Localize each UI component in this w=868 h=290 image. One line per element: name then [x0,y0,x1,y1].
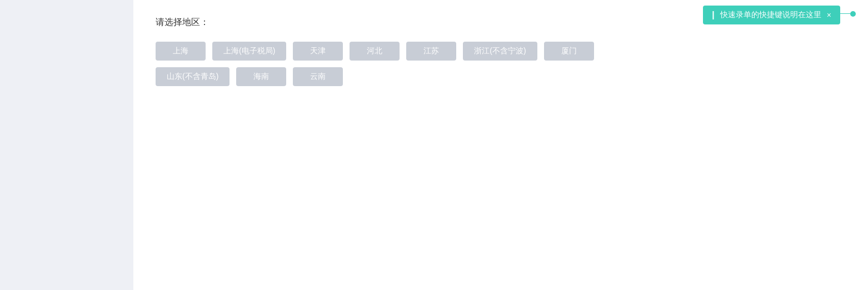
left-sidebar [0,0,133,290]
tooltip-line [840,13,850,14]
tooltip-text: 快速录单的快捷键说明在这里 [720,10,821,20]
region-btn-tianjin[interactable]: 天津 [293,42,343,61]
region-btn-jiangsu[interactable]: 江苏 [406,42,456,61]
region-btn-shandong[interactable]: 山东(不含青岛) [156,67,230,86]
region-buttons-row2: 山东(不含青岛) 海南 云南 [156,67,846,86]
region-btn-hainan[interactable]: 海南 [236,67,286,86]
region-buttons-row1: 上海 上海(电子税局) 天津 河北 江苏 浙江(不含宁波) 厦门 [156,42,846,61]
region-btn-yunnan[interactable]: 云南 [293,67,343,86]
tooltip-dot [850,11,856,17]
region-btn-hebei[interactable]: 河北 [350,42,400,61]
region-btn-zhejiang[interactable]: 浙江(不含宁波) [463,42,537,61]
tooltip-banner: 快速录单的快捷键说明在这里 × [703,6,840,24]
region-btn-shanghai-etax[interactable]: 上海(电子税局) [212,42,286,61]
region-btn-shanghai[interactable]: 上海 [156,42,206,61]
main-content: 请选择地区： 上海 上海(电子税局) 天津 河北 江苏 浙江(不含宁波) 厦门 … [133,0,868,290]
region-btn-xiamen[interactable]: 厦门 [544,42,594,61]
tooltip-close-button[interactable]: × [827,11,831,19]
